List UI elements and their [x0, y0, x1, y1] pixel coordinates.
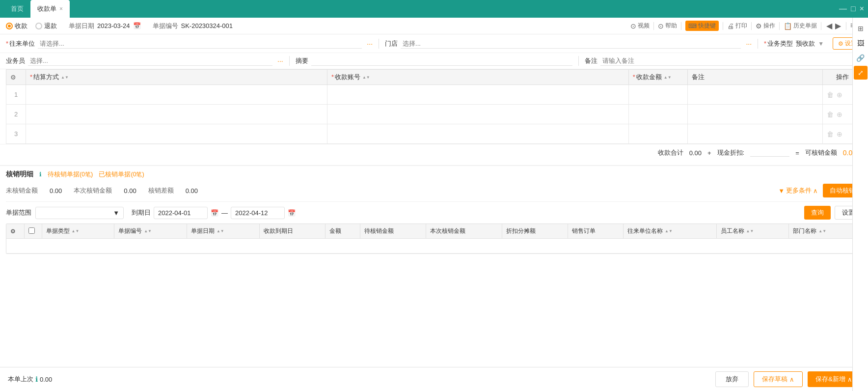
action-history[interactable]: 📋 历史单据: [784, 22, 817, 30]
vth-dept-sort[interactable]: ▲▼: [818, 229, 826, 233]
action-video[interactable]: ⊙ 视频: [630, 22, 650, 30]
radio-refund-label: 退款: [44, 22, 57, 30]
verify-select-all-checkbox[interactable]: [28, 227, 35, 234]
row-1-delete-icon[interactable]: 🗑: [827, 91, 834, 99]
vth-doc-type-sort[interactable]: ▲▼: [72, 229, 80, 233]
th-account-sort[interactable]: ▲▼: [362, 75, 370, 80]
row-3-copy-icon[interactable]: ⊕: [837, 130, 842, 138]
due-date-from-input[interactable]: [154, 207, 208, 219]
due-date-cal-from[interactable]: 📅: [211, 209, 218, 217]
vth-dept-label: 部门名称: [793, 227, 816, 235]
vth-counterpart-sort[interactable]: ▲▼: [665, 229, 673, 233]
action-help[interactable]: ⊙ 帮助: [658, 22, 677, 30]
row-3-account[interactable]: [327, 124, 628, 144]
right-panel-link-icon[interactable]: 🔗: [854, 51, 868, 65]
this-doc-value: 0.00: [40, 376, 52, 383]
doc-range-select[interactable]: ▼: [35, 207, 124, 219]
th-gear: ⚙: [6, 70, 26, 85]
remark-input[interactable]: [600, 56, 862, 66]
row-2-remark[interactable]: [687, 105, 822, 124]
due-date-cal-to[interactable]: 📅: [288, 209, 296, 217]
maximize-icon[interactable]: □: [851, 4, 856, 13]
business-type-value: 预收款: [796, 39, 815, 48]
summary-input[interactable]: [311, 56, 573, 66]
calendar-icon[interactable]: 📅: [133, 22, 141, 29]
row-2-amount[interactable]: [628, 105, 687, 124]
filter-row: 单据范围 ▼ 到期日 📅 — 📅 查询 设置: [6, 201, 862, 223]
action-print[interactable]: 🖨 打印: [727, 22, 747, 30]
th-amount-sort[interactable]: ▲▼: [664, 75, 672, 80]
more-conditions-arrow: ∧: [813, 187, 818, 195]
row-2-copy-icon[interactable]: ⊕: [837, 111, 842, 118]
due-date-group: 到期日 📅 — 📅: [132, 207, 296, 219]
close-window-icon[interactable]: ×: [860, 4, 864, 13]
action-shortcut[interactable]: ⌨ 快捷键: [685, 21, 719, 31]
verify-stats: 未核销金额 0.00 本次核销金额 0.00 核销差额 0.00 ▼ 更多条件 …: [6, 182, 862, 201]
plus-sign: +: [707, 149, 711, 157]
pending-tab[interactable]: 待核销单据(0笔): [48, 170, 93, 179]
help-icon: ⊙: [658, 22, 664, 30]
sep-4: [578, 56, 579, 66]
vth-employee-sort[interactable]: ▲▼: [746, 229, 754, 233]
data-table-section: ⚙ 结算方式 ▲▼ 收款账号 ▲▼: [0, 69, 868, 144]
row-1-settle[interactable]: [26, 85, 327, 105]
divider-4: [751, 22, 752, 30]
vth-doc-date-sort[interactable]: ▲▼: [217, 229, 224, 233]
shop-more-icon[interactable]: ···: [746, 40, 752, 48]
bottom-total: 本单上次 ℹ 0.00: [8, 375, 52, 384]
counterpart-input[interactable]: [38, 39, 362, 49]
row-2-account[interactable]: [327, 105, 628, 124]
nav-item-home[interactable]: 首页: [4, 0, 30, 18]
close-tab-icon[interactable]: ×: [59, 5, 63, 12]
salesperson-input[interactable]: [28, 56, 272, 66]
vth-amount-label: 金额: [329, 227, 341, 234]
row-3-remark[interactable]: [687, 124, 822, 144]
nav-item-receipt[interactable]: 收款单 ×: [30, 0, 70, 18]
verified-count: 0笔: [133, 171, 142, 178]
row-3-settle[interactable]: [26, 124, 327, 144]
radio-receipt[interactable]: 收款: [6, 22, 27, 30]
video-icon: ⊙: [630, 22, 636, 30]
row-1-account[interactable]: [327, 85, 628, 105]
abandon-button[interactable]: 放弃: [715, 371, 749, 387]
radio-refund[interactable]: 退款: [35, 22, 57, 30]
row-1-remark[interactable]: [687, 85, 822, 105]
right-panel-table-icon[interactable]: ⊞: [854, 22, 868, 35]
this-doc-info-icon[interactable]: ℹ: [35, 375, 38, 383]
prev-icon[interactable]: ◀: [825, 21, 833, 30]
row-1-copy-icon[interactable]: ⊕: [837, 91, 842, 99]
business-type-arrow[interactable]: ▼: [818, 40, 824, 47]
right-panel-expand-icon[interactable]: ⤢: [854, 66, 868, 80]
this-doc-label: 本单上次: [8, 375, 33, 384]
vth-sales-order: 销售订单: [568, 224, 623, 239]
action-operation[interactable]: ⚙ 操作: [756, 22, 775, 30]
action-video-label: 视频: [638, 22, 650, 30]
salesperson-more-icon[interactable]: ···: [277, 57, 283, 65]
counterpart-more-icon[interactable]: ···: [367, 40, 373, 48]
row-2-delete-icon[interactable]: 🗑: [827, 111, 834, 118]
th-settle-sort[interactable]: ▲▼: [61, 75, 69, 80]
vth-checkbox: [24, 224, 42, 239]
due-date-to-input[interactable]: [231, 207, 285, 219]
shop-input[interactable]: [401, 39, 741, 49]
vth-doc-num-sort[interactable]: ▲▼: [144, 229, 152, 233]
save-draft-arrow: ∧: [789, 376, 794, 383]
row-1-amount[interactable]: [628, 85, 687, 105]
discount-input[interactable]: [750, 149, 789, 157]
row-2-settle[interactable]: [26, 105, 327, 124]
save-draft-button[interactable]: 保存草稿 ∧: [754, 371, 803, 387]
top-nav: 首页 收款单 × — □ ×: [0, 0, 868, 18]
more-conditions-link[interactable]: ▼ 更多条件 ∧: [778, 186, 818, 195]
row-3-delete-icon[interactable]: 🗑: [827, 130, 834, 138]
verify-info-icon[interactable]: ℹ: [39, 171, 42, 178]
minimize-icon[interactable]: —: [839, 4, 847, 13]
verified-tab[interactable]: 已核销单据(0笔): [99, 170, 144, 179]
action-shortcut-label: 快捷键: [698, 22, 716, 30]
right-panel-image-icon[interactable]: 🖼: [854, 36, 868, 50]
verify-table-gear-icon[interactable]: ⚙: [10, 228, 16, 235]
query-button[interactable]: 查询: [804, 206, 831, 220]
next-icon[interactable]: ▶: [834, 21, 842, 30]
diff-value: 0.00: [186, 187, 198, 195]
row-3-amount[interactable]: [628, 124, 687, 144]
table-gear-icon[interactable]: ⚙: [10, 74, 16, 81]
